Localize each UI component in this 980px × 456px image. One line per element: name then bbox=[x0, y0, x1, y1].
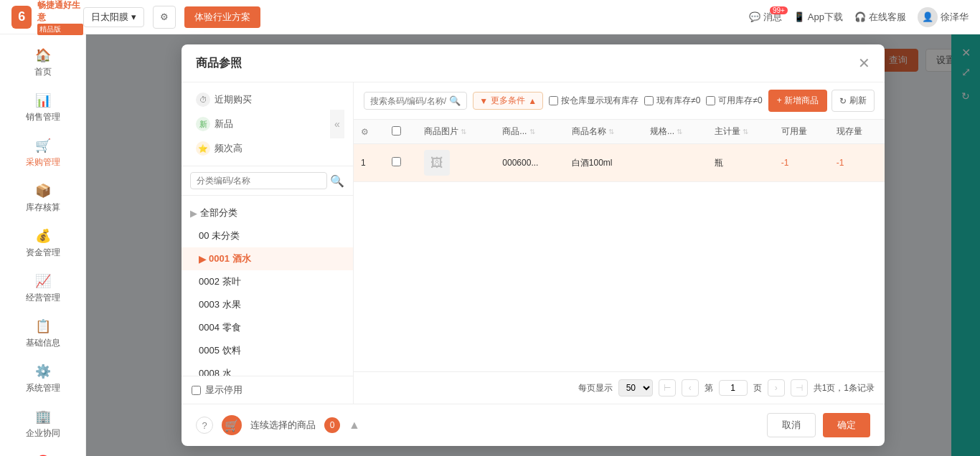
help-button[interactable]: ? bbox=[196, 417, 213, 434]
sidebar-item-purchase[interactable]: 🛒 采购管理 bbox=[0, 130, 85, 176]
more-filters-button[interactable]: ▼ 更多条件 ▲ bbox=[473, 92, 543, 110]
sidebar-item-enterprise[interactable]: 🏢 企业协同 bbox=[0, 402, 85, 447]
row-index-value: 1 bbox=[361, 158, 366, 168]
category-search-button[interactable]: 🔍 bbox=[330, 174, 344, 188]
stock-nonzero-checkbox-label: 现有库存≠0 bbox=[644, 95, 700, 107]
sidebar-label-operation: 经营管理 bbox=[26, 292, 60, 304]
page-size-select[interactable]: 50 bbox=[618, 379, 653, 396]
quick-filter-new[interactable]: 新 新品 bbox=[190, 113, 330, 136]
cat-item-fruit[interactable]: 0003 水果 bbox=[182, 293, 353, 316]
available-nonzero-checkbox[interactable] bbox=[706, 96, 715, 105]
sidebar-item-basic[interactable]: 📋 基础信息 bbox=[0, 311, 85, 356]
modal-close-button[interactable]: ✕ bbox=[858, 54, 870, 72]
quick-filter-recent[interactable]: ⏱ 近期购买 bbox=[190, 88, 330, 111]
cat-item-snack[interactable]: 0004 零食 bbox=[182, 316, 353, 339]
cat-label-alcohol: 0001 酒水 bbox=[209, 252, 251, 265]
available-nonzero-checkbox-label: 可用库存≠0 bbox=[706, 95, 762, 107]
cat-item-uncategorized[interactable]: 00 未分类 bbox=[182, 224, 353, 247]
operation-icon: 📈 bbox=[35, 273, 51, 289]
col-image-header: 商品图片 ⇅ bbox=[417, 120, 495, 144]
category-search-row: 🔍 bbox=[182, 166, 353, 196]
col-name-label: 商品名称 bbox=[572, 126, 606, 136]
user-menu[interactable]: 👤 徐泽华 bbox=[918, 7, 969, 27]
collapse-left-button[interactable]: « bbox=[330, 110, 344, 138]
quick-filters: ⏱ 近期购买 新 新品 ⭐ 频次高 bbox=[182, 82, 353, 166]
table-row[interactable]: 1 🖼 bbox=[354, 144, 885, 182]
row-checkbox-cell bbox=[385, 144, 417, 182]
prev-page-button[interactable]: ‹ bbox=[682, 379, 699, 396]
settings-button[interactable]: ⚙ bbox=[153, 6, 176, 29]
page-label: 第 bbox=[705, 382, 713, 394]
row-name-cell: 白酒100ml bbox=[565, 144, 643, 182]
modal-body: ⏱ 近期购买 新 新品 ⭐ 频次高 bbox=[182, 82, 885, 404]
page-number-input[interactable] bbox=[719, 380, 748, 396]
sidebar-item-system[interactable]: ⚙️ 系统管理 bbox=[0, 356, 85, 402]
online-service-label: 在线客服 bbox=[869, 11, 906, 24]
topbar-middle: 日太阳膜 ▾ ⚙ 体验行业方案 bbox=[83, 6, 749, 29]
sort-spec-icon: ⇅ bbox=[677, 128, 682, 136]
confirm-button[interactable]: 确定 bbox=[823, 413, 870, 437]
row-checkbox[interactable] bbox=[392, 157, 401, 166]
next-page-button[interactable]: › bbox=[768, 379, 785, 396]
table-header-row: ⚙ 商品图片 ⇅ bbox=[354, 120, 885, 144]
sidebar: 🏠 首页 📊 销售管理 🛒 采购管理 📦 库存核算 💰 资金管理 📈 经营管理 … bbox=[0, 34, 86, 456]
collapse-cart-icon[interactable]: ▲ bbox=[349, 419, 360, 432]
last-page-button[interactable]: ⊣ bbox=[791, 379, 808, 396]
product-search-icon[interactable]: 🔍 bbox=[449, 95, 461, 106]
messages-button[interactable]: 💬 消息 99+ bbox=[749, 11, 782, 24]
cat-label-water: 0008 水 bbox=[199, 367, 232, 376]
col-unit-label: 主计量 bbox=[715, 126, 740, 136]
recent-label: 近期购买 bbox=[215, 93, 252, 106]
online-service-button[interactable]: 🎧 在线客服 bbox=[854, 11, 906, 24]
refresh-button[interactable]: ↻ 刷新 bbox=[831, 90, 875, 112]
sidebar-item-guide[interactable]: 🎯 新手引导 bbox=[0, 447, 85, 456]
cat-item-alcohol[interactable]: ▶ 0001 酒水 bbox=[182, 247, 353, 270]
sidebar-item-operation[interactable]: 📈 经营管理 bbox=[0, 266, 85, 311]
topbar-right: 💬 消息 99+ 📱 App下载 🎧 在线客服 👤 徐泽华 bbox=[749, 7, 969, 27]
main-layout: 🏠 首页 📊 销售管理 🛒 采购管理 📦 库存核算 💰 资金管理 📈 经营管理 … bbox=[0, 34, 980, 456]
select-all-checkbox[interactable] bbox=[392, 126, 401, 136]
cancel-button[interactable]: 取消 bbox=[767, 413, 816, 437]
cat-label-snack: 0004 零食 bbox=[199, 321, 241, 334]
stock-nonzero-checkbox[interactable] bbox=[644, 96, 654, 105]
sidebar-item-sales[interactable]: 📊 销售管理 bbox=[0, 85, 85, 130]
cat-item-tea[interactable]: 0002 茶叶 bbox=[182, 270, 353, 293]
display-disabled-checkbox[interactable] bbox=[192, 386, 201, 395]
inventory-icon: 📦 bbox=[35, 183, 51, 199]
first-page-button[interactable]: ⊢ bbox=[659, 379, 676, 396]
sidebar-item-home[interactable]: 🏠 首页 bbox=[0, 40, 85, 85]
more-filters-label: 更多条件 bbox=[491, 95, 525, 107]
message-icon: 💬 bbox=[749, 11, 760, 22]
app-download-button[interactable]: 📱 App下载 bbox=[793, 11, 843, 24]
trial-button[interactable]: 体验行业方案 bbox=[184, 6, 260, 28]
quick-filter-list: ⏱ 近期购买 新 新品 ⭐ 频次高 bbox=[190, 88, 330, 160]
cat-item-beverage[interactable]: 0005 饮料 bbox=[182, 339, 353, 362]
store-selector[interactable]: 日太阳膜 ▾ bbox=[83, 7, 144, 27]
sidebar-item-finance[interactable]: 💰 资金管理 bbox=[0, 221, 85, 266]
pagination-bar: 每页显示 50 ⊢ ‹ 第 页 › ⊣ 共1页，1条记录 bbox=[354, 371, 885, 404]
column-settings-icon[interactable]: ⚙ bbox=[361, 127, 369, 137]
sidebar-label-sales: 销售管理 bbox=[26, 111, 60, 123]
recent-icon: ⏱ bbox=[196, 92, 210, 107]
cat-label-all: 全部分类 bbox=[200, 206, 237, 219]
filter-bar: 🔍 ▼ 更多条件 ▲ 按仓库显示现有库存 bbox=[354, 82, 885, 120]
image-placeholder-icon: 🖼 bbox=[430, 156, 443, 171]
sidebar-label-purchase: 采购管理 bbox=[26, 156, 60, 168]
sidebar-label-enterprise: 企业协同 bbox=[26, 427, 60, 440]
row-unit-value: 瓶 bbox=[715, 158, 723, 168]
cat-item-water[interactable]: 0008 水 bbox=[182, 362, 353, 376]
col-spec-header: 规格... ⇅ bbox=[643, 120, 707, 144]
sort-unit-icon: ⇅ bbox=[743, 128, 748, 136]
display-disabled-row: 显示停用 bbox=[182, 376, 353, 404]
product-table-wrap: ⚙ 商品图片 ⇅ bbox=[354, 120, 885, 371]
sidebar-label-home: 首页 bbox=[34, 66, 52, 78]
sort-name-icon: ⇅ bbox=[608, 128, 614, 136]
warehouse-stock-checkbox[interactable] bbox=[549, 96, 558, 105]
product-search-input[interactable] bbox=[370, 96, 446, 106]
quick-filter-frequent[interactable]: ⭐ 频次高 bbox=[190, 137, 330, 160]
refresh-label: 刷新 bbox=[849, 95, 867, 107]
category-search-input[interactable] bbox=[190, 172, 327, 189]
cat-item-all[interactable]: ▶ 全部分类 bbox=[182, 201, 353, 224]
sidebar-item-inventory[interactable]: 📦 库存核算 bbox=[0, 176, 85, 221]
add-product-button[interactable]: + 新增商品 bbox=[768, 90, 827, 112]
